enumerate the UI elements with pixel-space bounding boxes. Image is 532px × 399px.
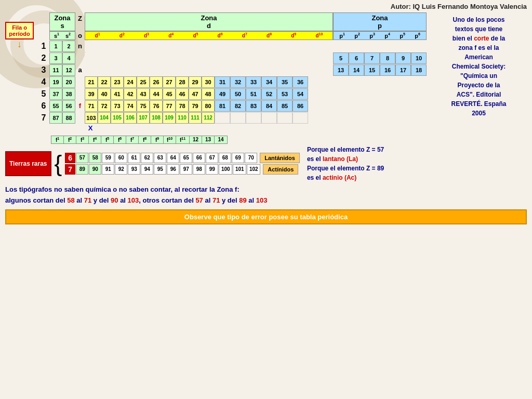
cell-4: 4 <box>62 52 75 64</box>
cell-52: 52 <box>261 88 277 100</box>
cell-112: 112 <box>202 112 215 124</box>
cell-88: 88 <box>62 112 75 124</box>
zone-s-subheader: s1 s2 <box>49 31 75 40</box>
cell-55: 55 <box>49 100 62 112</box>
bottom-rows-area: Tierras raras { 6 57 58 59 60 61 62 63 6… <box>5 145 527 182</box>
arrow-down-icon: ↓ <box>17 39 22 49</box>
cell-9: 9 <box>395 52 411 64</box>
f-rows-block: 6 57 58 59 60 61 62 63 64 65 66 67 68 69 <box>65 153 300 175</box>
tierras-raras-box: Tierras raras <box>5 151 51 176</box>
cell-3: 3 <box>49 52 62 64</box>
cell-53: 53 <box>277 88 292 100</box>
cell-23: 23 <box>111 76 124 88</box>
cell-79: 79 <box>189 100 202 112</box>
cell-21: 21 <box>85 76 98 88</box>
f-cell-68: 68 <box>219 153 231 163</box>
cell-86: 86 <box>292 100 308 112</box>
cell-83: 83 <box>246 100 261 112</box>
cell-106: 106 <box>124 112 137 124</box>
n-label: n <box>75 42 85 50</box>
f-cell-101: 101 <box>233 164 246 175</box>
cell-105: 105 <box>111 112 124 124</box>
cell-42: 42 <box>124 88 137 100</box>
cell-30: 30 <box>202 76 215 88</box>
f-cell-67: 67 <box>206 153 218 163</box>
cell-76: 76 <box>150 100 163 112</box>
cell-10: 10 <box>411 52 427 64</box>
cell-109: 109 <box>163 112 176 124</box>
cell-34: 34 <box>261 76 277 88</box>
f-cell-102: 102 <box>247 164 260 175</box>
cell-31: 31 <box>215 76 230 88</box>
f-cell-65: 65 <box>180 153 192 163</box>
row-3-label: 3 <box>38 64 49 76</box>
cell-87: 87 <box>49 112 62 124</box>
row-5-label: 5 <box>38 88 49 100</box>
f-cell-100: 100 <box>219 164 232 175</box>
cell-45: 45 <box>163 88 176 100</box>
x-mark: X <box>85 124 96 132</box>
cell-26: 26 <box>150 76 163 88</box>
f-cell-66: 66 <box>193 153 205 163</box>
bottom-text: Los tipógrafos no saben química o no sab… <box>5 184 527 206</box>
cell-103: 103 <box>85 112 98 124</box>
cell-44: 44 <box>150 88 163 100</box>
row-1-label: 1 <box>38 41 49 52</box>
f-cell-70: 70 <box>245 153 257 163</box>
f-cell-59: 59 <box>102 153 114 163</box>
cell-78: 78 <box>176 100 189 112</box>
bottom-section: f1 f2 f3 f4 f5 f6 f7 f8 f9 f10 f11 12 13… <box>5 136 527 224</box>
cell-108: 108 <box>150 112 163 124</box>
cell-104: 104 <box>98 112 111 124</box>
lanthanides-box: Lantánidos <box>260 153 300 163</box>
f-cell-90: 90 <box>89 164 101 175</box>
cell-47: 47 <box>189 88 202 100</box>
right-explanation: Porque el elemento Z = 57 es el lantano … <box>307 145 384 182</box>
f-cell-91: 91 <box>102 164 114 175</box>
author-text: Autor: IQ Luis Fernando Montoya Valencia <box>5 3 527 10</box>
fila-periodo-box: Fila o período <box>5 22 34 39</box>
observe-box: Observe que tipo de error posee su tabla… <box>5 209 527 224</box>
f-row-7: 7 89 90 91 92 93 94 95 96 97 98 99 100 1… <box>65 164 300 175</box>
f-cell-93: 93 <box>128 164 140 175</box>
f-subheader: f1 f2 f3 f4 f5 f6 f7 f8 f9 f10 f11 12 13… <box>51 136 228 144</box>
f-cell-60: 60 <box>115 153 127 163</box>
cell-20: 20 <box>62 76 75 88</box>
cell-39: 39 <box>85 88 98 100</box>
cell-36: 36 <box>292 76 308 88</box>
brace-icon: { <box>55 152 62 175</box>
cell-27: 27 <box>163 76 176 88</box>
cell-37: 37 <box>49 88 62 100</box>
cell-19: 19 <box>49 76 62 88</box>
f-cell-64: 64 <box>167 153 179 163</box>
cell-6: 6 <box>349 52 364 64</box>
f-cell-96: 96 <box>167 164 179 175</box>
row-7-label: 7 <box>38 112 49 124</box>
f-cell-62: 62 <box>141 153 153 163</box>
f-cell-69: 69 <box>232 153 244 163</box>
cell-73: 73 <box>111 100 124 112</box>
cell-7: 7 <box>364 52 380 64</box>
f-label: f <box>75 102 85 110</box>
cell-56: 56 <box>62 100 75 112</box>
cell-77: 77 <box>163 100 176 112</box>
f-cell-61: 61 <box>128 153 140 163</box>
zone-d-header: Zonad <box>85 12 333 31</box>
cell-50: 50 <box>230 88 246 100</box>
row-4-label: 4 <box>38 76 49 88</box>
cell-28: 28 <box>176 76 189 88</box>
cell-35: 35 <box>277 76 292 88</box>
cell-51: 51 <box>246 88 261 100</box>
a-label: a <box>75 66 85 74</box>
cell-17: 17 <box>395 64 411 76</box>
f-cell-98: 98 <box>193 164 205 175</box>
f-row-6: 6 57 58 59 60 61 62 63 64 65 66 67 68 69 <box>65 153 300 163</box>
f-cell-97: 97 <box>180 164 192 175</box>
cell-107: 107 <box>137 112 150 124</box>
cell-111: 111 <box>189 112 202 124</box>
cell-33: 33 <box>246 76 261 88</box>
periodic-table-section: Zonas Z Zonad Zonap s1 s2 <box>38 12 427 134</box>
row-6-label: 6 <box>38 100 49 112</box>
cell-13: 13 <box>333 64 349 76</box>
cell-46: 46 <box>176 88 189 100</box>
